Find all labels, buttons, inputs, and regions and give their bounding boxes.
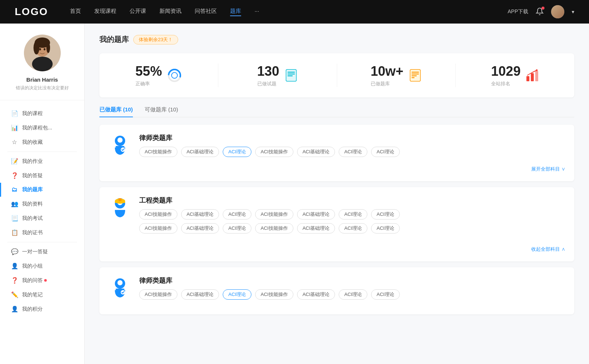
- sidebar-item-points[interactable]: 👤 我的积分: [0, 302, 84, 316]
- sidebar-item-notes[interactable]: ✏️ 我的笔记: [0, 288, 84, 302]
- sidebar-item-my-qa[interactable]: ❓ 我的问答: [0, 273, 84, 288]
- expand-link-1[interactable]: 展开全部科目 ∨: [108, 163, 565, 172]
- svg-rect-32: [119, 198, 121, 201]
- profile-name: Brian Harris: [27, 76, 58, 83]
- svg-rect-12: [288, 72, 295, 73]
- svg-point-6: [39, 48, 41, 50]
- nav-mooc[interactable]: 公开课: [130, 8, 146, 16]
- nav-more[interactable]: ···: [254, 8, 259, 16]
- quiz-tag[interactable]: ACI技能操作: [255, 223, 293, 233]
- sidebar-item-one-on-one[interactable]: 💬 一对一答疑: [0, 245, 84, 259]
- done-banks-icon: [409, 69, 422, 82]
- stat-done-banks-number: 10w+: [371, 64, 403, 79]
- nav-menu: 首页 发现课程 公开课 新闻资讯 问答社区 题库 ···: [70, 8, 508, 16]
- user-dropdown-icon[interactable]: ▾: [572, 9, 574, 15]
- quiz-tag-active-3[interactable]: ACI理论: [223, 289, 251, 300]
- quiz-bank-icon: 🗂: [11, 186, 18, 193]
- stat-done-questions-label: 已做试题: [257, 81, 279, 87]
- sidebar-menu: 📄 我的课程 📊 我的课程包... ☆ 我的收藏 📝 我的作业 ❓ 我的答疑 �: [0, 106, 84, 316]
- tab-done-banks[interactable]: 已做题库 (10): [99, 106, 133, 117]
- quiz-tag[interactable]: ACI基础理论: [297, 289, 335, 300]
- sidebar-item-homework[interactable]: 📝 我的作业: [0, 154, 84, 168]
- quiz-tag[interactable]: ACI基础理论: [181, 209, 219, 220]
- nav-home[interactable]: 首页: [70, 8, 81, 16]
- quiz-tag[interactable]: ACI理论: [339, 289, 367, 300]
- notification-bell-icon[interactable]: [536, 7, 544, 17]
- quiz-card-1-header: 律师类题库 ACI技能操作 ACI基础理论 ACI理论 ACI技能操作 ACI基…: [108, 133, 565, 157]
- sidebar-item-group[interactable]: 👤 我的小组: [0, 259, 84, 273]
- nav-discover[interactable]: 发现课程: [94, 8, 116, 16]
- nav-news[interactable]: 新闻资讯: [159, 8, 181, 16]
- svg-rect-22: [535, 71, 538, 81]
- profile-motto: 错误的决定比没有决定要好: [16, 85, 69, 91]
- svg-rect-16: [412, 72, 419, 73]
- quiz-tag[interactable]: ACI基础理论: [297, 147, 335, 157]
- lawyer-icon: [108, 133, 132, 157]
- quiz-tag[interactable]: ACI理论: [339, 147, 367, 157]
- quiz-tag[interactable]: ACI技能操作: [255, 209, 293, 220]
- quiz-tag[interactable]: ACI理论: [223, 209, 251, 220]
- quiz-tag[interactable]: ACI技能操作: [255, 147, 293, 157]
- sidebar-item-favorites[interactable]: ☆ 我的收藏: [0, 135, 84, 149]
- quiz-tag[interactable]: ACI技能操作: [139, 147, 177, 157]
- quiz-tag-active[interactable]: ACI理论: [223, 147, 251, 157]
- stat-done-banks: 10w+ 已做题库: [337, 64, 456, 87]
- quiz-tag[interactable]: ACI理论: [371, 147, 400, 157]
- tab-available-banks[interactable]: 可做题库 (10): [145, 106, 178, 117]
- sidebar-item-quiz-bank[interactable]: 🗂 我的题库: [0, 183, 84, 197]
- sidebar-label-exam: 我的考试: [22, 215, 43, 222]
- page-title: 我的题库: [99, 35, 129, 44]
- quiz-tag[interactable]: ACI基础理论: [181, 147, 219, 157]
- sidebar-item-courses[interactable]: 📄 我的课程: [0, 106, 84, 121]
- logo[interactable]: LOGO: [15, 6, 48, 18]
- courses-icon: 📄: [11, 110, 18, 117]
- sidebar-item-certificate[interactable]: 📋 我的证书: [0, 225, 84, 240]
- qa-icon: ❓: [11, 172, 18, 179]
- page-header: 我的题库 体验剩余23天！: [99, 35, 574, 44]
- stat-done-banks-label: 已做题库: [371, 81, 403, 87]
- quiz-bank-2-name: 工程类题库: [139, 196, 565, 205]
- quiz-tag[interactable]: ACI理论: [339, 223, 367, 233]
- svg-point-4: [33, 41, 39, 54]
- main-content: 我的题库 体验剩余23天！ 55% 正确率 130: [85, 24, 589, 364]
- nav-quiz[interactable]: 题库: [230, 8, 241, 16]
- quiz-tag[interactable]: ACI技能操作: [139, 223, 177, 233]
- quiz-tag[interactable]: ACI理论: [371, 209, 400, 220]
- svg-rect-35: [116, 289, 124, 290]
- quiz-tag[interactable]: ACI理论: [371, 223, 400, 233]
- sidebar-item-course-packages[interactable]: 📊 我的课程包...: [0, 121, 84, 135]
- quiz-tag[interactable]: ACI理论: [371, 289, 400, 300]
- stat-accuracy: 55% 正确率: [99, 64, 218, 87]
- quiz-bank-3-tags: ACI技能操作 ACI基础理论 ACI理论 ACI技能操作 ACI基础理论 AC…: [139, 289, 565, 300]
- sidebar-divider-2: [7, 242, 77, 242]
- svg-rect-17: [412, 74, 419, 75]
- quiz-card-lawyer-2: 律师类题库 ACI技能操作 ACI基础理论 ACI理论 ACI技能操作 ACI基…: [99, 267, 574, 314]
- stat-ranking-number: 1029: [491, 64, 521, 79]
- sidebar-label-course-packages: 我的课程包...: [22, 125, 52, 131]
- sidebar-label-certificate: 我的证书: [22, 229, 43, 236]
- quiz-tag[interactable]: ACI基础理论: [181, 289, 219, 300]
- sidebar-item-qa[interactable]: ❓ 我的答疑: [0, 168, 84, 183]
- quiz-tag[interactable]: ACI技能操作: [139, 289, 177, 300]
- quiz-bank-3-name: 律师类题库: [139, 276, 565, 285]
- sidebar-item-exam[interactable]: 📃 我的考试: [0, 211, 84, 225]
- stat-ranking: 1029 全站排名: [456, 64, 574, 87]
- quiz-tag[interactable]: ACI理论: [223, 223, 251, 233]
- nav-qa[interactable]: 问答社区: [195, 8, 217, 16]
- quiz-bank-1-name: 律师类题库: [139, 133, 565, 142]
- sidebar-label-points: 我的积分: [22, 306, 43, 313]
- quiz-tag[interactable]: ACI技能操作: [255, 289, 293, 300]
- collapse-link-2[interactable]: 收起全部科目 ∧: [108, 243, 565, 253]
- favorites-icon: ☆: [11, 139, 18, 146]
- sidebar-item-materials[interactable]: 👥 我的资料: [0, 197, 84, 211]
- quiz-tag[interactable]: ACI基础理论: [297, 223, 335, 233]
- svg-point-10: [172, 72, 177, 78]
- course-packages-icon: 📊: [11, 124, 18, 131]
- quiz-tag[interactable]: ACI技能操作: [139, 209, 177, 220]
- app-download-button[interactable]: APP下载: [508, 8, 528, 15]
- group-icon: 👤: [11, 263, 18, 270]
- quiz-tag[interactable]: ACI理论: [339, 209, 367, 220]
- quiz-tag[interactable]: ACI基础理论: [181, 223, 219, 233]
- user-avatar-nav[interactable]: [551, 5, 564, 18]
- quiz-tag[interactable]: ACI基础理论: [297, 209, 335, 220]
